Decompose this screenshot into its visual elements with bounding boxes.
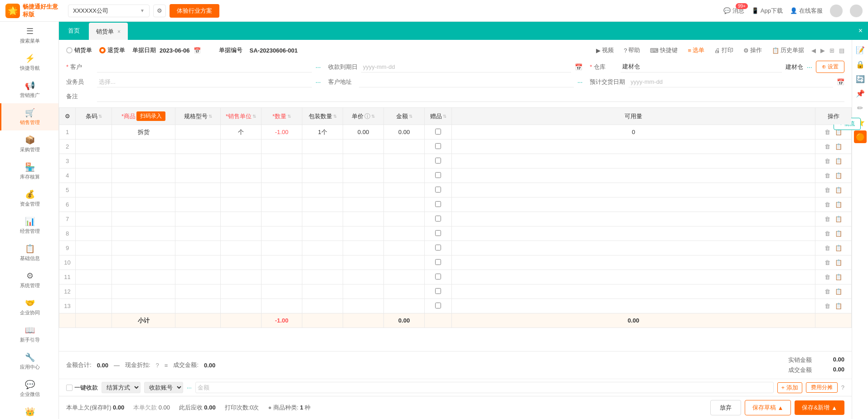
app-download-button[interactable]: 📱 App下载 bbox=[752, 7, 783, 15]
cell-gift[interactable] bbox=[425, 183, 452, 197]
cell-barcode[interactable] bbox=[76, 154, 112, 169]
sidebar-item-collab[interactable]: 🤝 企业协同 bbox=[0, 294, 58, 321]
radio-sales[interactable]: 销货单 bbox=[66, 46, 92, 54]
cell-gift[interactable] bbox=[425, 255, 452, 270]
expected-date-input[interactable] bbox=[629, 77, 833, 87]
settings-icon[interactable]: ⚙ bbox=[153, 5, 166, 17]
cell-product[interactable] bbox=[112, 255, 175, 270]
rp-refresh-icon[interactable]: 🔄 bbox=[854, 72, 867, 85]
cell-price[interactable] bbox=[343, 197, 384, 212]
cell-price[interactable] bbox=[343, 270, 384, 284]
add-payment-btn[interactable]: + 添加 bbox=[777, 382, 802, 393]
sort-unit[interactable]: ⇅ bbox=[252, 114, 256, 119]
cell-product[interactable] bbox=[112, 197, 175, 212]
cell-spec[interactable] bbox=[175, 226, 221, 241]
sort-qty[interactable]: ⇅ bbox=[287, 114, 291, 119]
cell-price[interactable] bbox=[343, 241, 384, 255]
delete-icon[interactable]: 🗑 bbox=[824, 259, 830, 266]
cell-product[interactable] bbox=[112, 140, 175, 154]
sort-pkg[interactable]: ⇅ bbox=[333, 114, 337, 119]
sort-barcode[interactable]: ⇅ bbox=[98, 114, 102, 119]
copy-icon[interactable]: 📋 bbox=[835, 259, 842, 266]
cell-qty[interactable] bbox=[262, 255, 302, 270]
cell-price[interactable] bbox=[343, 255, 384, 270]
expense-btn[interactable]: 费用分摊 bbox=[806, 382, 838, 393]
cell-gift[interactable] bbox=[425, 140, 452, 154]
copy-icon[interactable]: 📋 bbox=[835, 230, 842, 237]
copy-icon[interactable]: 📋 bbox=[835, 201, 842, 208]
cell-product[interactable] bbox=[112, 154, 175, 169]
account-ellipsis[interactable]: ··· bbox=[187, 384, 192, 391]
cell-gift[interactable] bbox=[425, 212, 452, 226]
cell-qty[interactable] bbox=[262, 154, 302, 169]
shortcut-btn[interactable]: ⌨ 快捷键 bbox=[647, 45, 680, 55]
cell-spec[interactable] bbox=[175, 197, 221, 212]
cell-spec[interactable] bbox=[175, 255, 221, 270]
cell-product[interactable]: 拆货 bbox=[112, 125, 175, 140]
amount-input[interactable] bbox=[195, 382, 774, 393]
customer-addr-input[interactable] bbox=[359, 77, 574, 87]
cell-barcode[interactable] bbox=[76, 212, 112, 226]
payment-info-icon[interactable]: ? bbox=[841, 384, 844, 391]
sidebar-item-search[interactable]: ☰ 搜索菜单 bbox=[0, 22, 58, 49]
cell-barcode[interactable] bbox=[76, 183, 112, 197]
due-date-input[interactable] bbox=[361, 62, 572, 72]
copy-icon[interactable]: 📋 bbox=[835, 274, 842, 280]
salesperson-ellipsis[interactable]: ··· bbox=[315, 78, 321, 86]
sidebar-item-management[interactable]: 📊 经营管理 bbox=[0, 212, 58, 239]
tab-sales-order[interactable]: 销货单 × bbox=[89, 23, 128, 41]
sidebar-item-vip[interactable]: 👑 畅会员 bbox=[0, 402, 58, 419]
delete-icon[interactable]: 🗑 bbox=[824, 129, 830, 135]
tab-close-right-icon[interactable]: × bbox=[853, 27, 868, 35]
delete-icon[interactable]: 🗑 bbox=[824, 245, 830, 251]
avatar[interactable] bbox=[830, 5, 843, 17]
copy-icon[interactable]: 📋 bbox=[835, 303, 842, 309]
select-btn[interactable]: ≡ 选单 bbox=[685, 45, 707, 55]
delete-icon[interactable]: 🗑 bbox=[824, 187, 830, 193]
due-date-cal-icon[interactable]: 📅 bbox=[575, 63, 582, 71]
sidebar-item-apps[interactable]: 🔧 应用中心 bbox=[0, 348, 58, 375]
message-button[interactable]: 💬 消息 99+ bbox=[723, 7, 744, 15]
delete-icon[interactable]: 🗑 bbox=[824, 158, 830, 164]
cell-gift[interactable] bbox=[425, 125, 452, 140]
cell-spec[interactable] bbox=[175, 212, 221, 226]
cell-barcode[interactable] bbox=[76, 226, 112, 241]
cell-product[interactable] bbox=[112, 299, 175, 313]
cell-qty[interactable]: -1.00 bbox=[262, 125, 302, 140]
sidebar-item-inventory[interactable]: 🏪 库存核算 bbox=[0, 158, 58, 185]
cell-spec[interactable] bbox=[175, 284, 221, 299]
cell-price[interactable] bbox=[343, 169, 384, 183]
sort-price[interactable]: ⇅ bbox=[371, 114, 375, 119]
cell-price[interactable] bbox=[343, 140, 384, 154]
cell-price[interactable] bbox=[343, 226, 384, 241]
cell-spec[interactable] bbox=[175, 241, 221, 255]
delete-icon[interactable]: 🗑 bbox=[824, 274, 830, 280]
tab-home[interactable]: 首页 bbox=[59, 22, 89, 40]
delete-icon[interactable]: 🗑 bbox=[824, 201, 830, 208]
sidebar-item-marketing[interactable]: 📢 营销推广 bbox=[0, 76, 58, 103]
cell-price[interactable] bbox=[343, 284, 384, 299]
cell-gift[interactable] bbox=[425, 270, 452, 284]
discount-info-icon[interactable]: ? bbox=[156, 362, 159, 369]
tab-close-icon[interactable]: × bbox=[117, 29, 121, 35]
sidebar-item-purchase[interactable]: 📦 采购管理 bbox=[0, 130, 58, 158]
cell-spec[interactable] bbox=[175, 270, 221, 284]
customer-ellipsis[interactable]: ··· bbox=[315, 63, 321, 71]
help-btn[interactable]: ? 帮助 bbox=[621, 45, 643, 55]
cell-barcode[interactable] bbox=[76, 197, 112, 212]
abandon-btn[interactable]: 放弃 bbox=[710, 400, 741, 415]
prev-icon[interactable]: ◀ bbox=[811, 47, 816, 54]
delete-icon[interactable]: 🗑 bbox=[824, 143, 830, 150]
copy-icon[interactable]: 📋 bbox=[835, 216, 842, 222]
cell-spec[interactable] bbox=[175, 299, 221, 313]
radio-return[interactable]: 退货单 bbox=[99, 46, 125, 54]
cell-gift[interactable] bbox=[425, 299, 452, 313]
cell-qty[interactable] bbox=[262, 226, 302, 241]
sort-amount[interactable]: ⇅ bbox=[409, 114, 412, 119]
delete-icon[interactable]: 🗑 bbox=[824, 288, 830, 295]
grid-icon1[interactable]: ⊞ bbox=[829, 47, 834, 54]
sidebar-item-nav[interactable]: ⚡ 快捷导航 bbox=[0, 49, 58, 76]
cell-product[interactable] bbox=[112, 270, 175, 284]
settlement-select[interactable]: 结算方式 bbox=[102, 382, 141, 393]
settings-form-btn[interactable]: ⊕ 设置 bbox=[816, 61, 844, 73]
